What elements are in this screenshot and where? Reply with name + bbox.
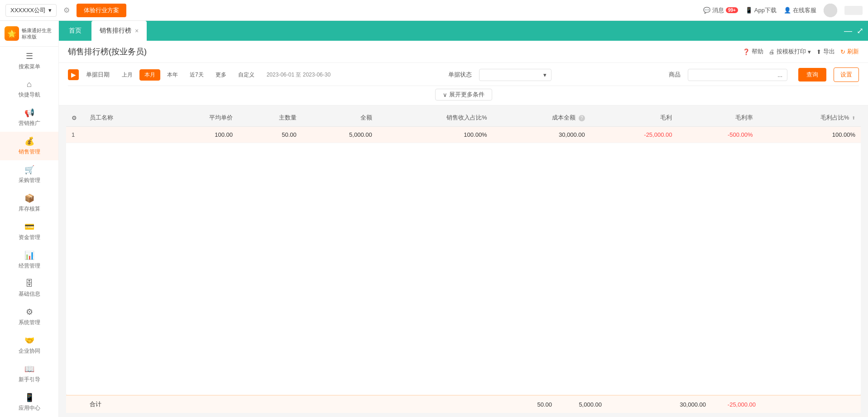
sidebar-item-sales[interactable]: 💰 销售管理 bbox=[0, 132, 58, 160]
online-service-button[interactable]: 👤 在线客服 bbox=[784, 6, 816, 14]
col-name: 员工名称 bbox=[84, 109, 161, 127]
print-icon: 🖨 bbox=[769, 48, 775, 55]
sort-icon[interactable]: ⬆ bbox=[852, 115, 855, 120]
tab-active-label: 销售排行榜 bbox=[100, 27, 131, 35]
query-button[interactable]: 查询 bbox=[798, 68, 826, 81]
avatar-placeholder bbox=[824, 4, 837, 17]
help-button[interactable]: ❓ 帮助 bbox=[743, 48, 763, 56]
sidebar-nav-label: 快捷导航 bbox=[19, 91, 40, 99]
goods-input[interactable]: ... bbox=[688, 69, 787, 81]
message-button[interactable]: 💬 消息 99+ bbox=[703, 6, 738, 14]
logo-text: 畅康通好生意 标准版 bbox=[22, 27, 52, 40]
data-table: ⚙ 员工名称 平均单价 主数量 bbox=[66, 109, 861, 143]
sidebar-inventory-label: 库存核算 bbox=[19, 205, 40, 213]
search-menu-icon: ☰ bbox=[26, 51, 33, 61]
top-bar: XXXXXX公司 ▾ ⚙ 体验行业方案 💬 消息 99+ 📱 App下载 👤 在… bbox=[0, 0, 868, 21]
company-selector[interactable]: XXXXXX公司 ▾ bbox=[5, 4, 57, 17]
sidebar-basic-label: 基础信息 bbox=[19, 290, 40, 298]
cooperation-icon: 🤝 bbox=[24, 336, 34, 345]
sidebar-item-marketing[interactable]: 📢 营销推广 bbox=[0, 103, 58, 132]
expand-conditions-button[interactable]: ∨ 展开更多条件 bbox=[435, 89, 492, 101]
period-7days[interactable]: 近7天 bbox=[185, 69, 209, 81]
home-icon: ⌂ bbox=[27, 80, 32, 89]
sidebar-sales-label: 销售管理 bbox=[19, 148, 40, 156]
page-header: 销售排行榜(按业务员) ❓ 帮助 🖨 按模板打印 ▾ ⬆ 导出 bbox=[59, 41, 868, 63]
cell-sales-pct: 100.00% bbox=[378, 127, 493, 143]
content-area: 首页 销售排行榜 × — ⤢ 销售排行榜(按业务员) ❓ 帮助 bbox=[59, 21, 868, 417]
filter-collapse-button[interactable]: ▶ bbox=[68, 69, 79, 80]
table-body: 1 100.00 50.00 5,000.00 100.00% 30,000.0… bbox=[66, 127, 861, 143]
user-avatar[interactable] bbox=[824, 4, 837, 17]
marketing-icon: 📢 bbox=[24, 108, 34, 118]
filter-row-1: ▶ 单据日期 上月 本月 本年 近7天 更多 自定义 2023-06-01 至 … bbox=[68, 67, 859, 82]
col-gross: 毛利 bbox=[590, 109, 678, 127]
service-icon: 👤 bbox=[784, 7, 791, 14]
main-layout: 🌟 畅康通好生意 标准版 ☰ 搜索菜单 ⌂ 快捷导航 📢 营销推广 💰 销售管理… bbox=[0, 21, 868, 417]
sidebar-item-purchase[interactable]: 🛒 采购管理 bbox=[0, 160, 58, 189]
sidebar-item-cooperation[interactable]: 🤝 企业协同 bbox=[0, 331, 58, 359]
sidebar-item-basic[interactable]: 🗄 基础信息 bbox=[0, 274, 58, 302]
footer-gross: -25,000.00 bbox=[711, 396, 761, 413]
sidebar-management-label: 经营管理 bbox=[19, 262, 40, 270]
status-select[interactable]: ▾ bbox=[479, 69, 551, 81]
col-avg-price: 平均单价 bbox=[161, 109, 238, 127]
sidebar-item-system[interactable]: ⚙ 系统管理 bbox=[0, 302, 58, 331]
sales-icon: 💰 bbox=[24, 136, 34, 146]
sidebar-item-management[interactable]: 📊 经营管理 bbox=[0, 246, 58, 274]
cell-rank: 1 bbox=[66, 127, 84, 143]
sidebar-item-guide[interactable]: 📖 新手引导 bbox=[0, 359, 58, 388]
print-button[interactable]: 🖨 按模板打印 ▾ bbox=[769, 48, 811, 56]
finance-icon: 💳 bbox=[24, 222, 34, 232]
col-sales-pct: 销售收入占比% bbox=[378, 109, 493, 127]
top-bar-right: 💬 消息 99+ 📱 App下载 👤 在线客服 bbox=[703, 4, 863, 17]
table-scroll[interactable]: ⚙ 员工名称 平均单价 主数量 bbox=[66, 109, 861, 395]
period-current-month[interactable]: 本月 bbox=[139, 69, 160, 81]
period-last-month[interactable]: 上月 bbox=[117, 69, 138, 81]
app-download-button[interactable]: 📱 App下载 bbox=[745, 6, 777, 14]
app-icon: 📱 bbox=[745, 7, 753, 14]
sidebar-item-search[interactable]: ☰ 搜索菜单 bbox=[0, 47, 58, 75]
date-period-buttons: 上月 本月 本年 近7天 更多 自定义 bbox=[117, 69, 259, 81]
expand-icon: ∨ bbox=[443, 91, 447, 98]
sidebar-logo: 🌟 畅康通好生意 标准版 bbox=[0, 21, 58, 47]
table-settings-button[interactable]: 设置 bbox=[834, 67, 859, 82]
sidebar-item-apps[interactable]: 📱 应用中心 bbox=[0, 388, 58, 417]
cell-amount: 5,000.00 bbox=[302, 127, 378, 143]
col-cost: 成本全额 ? bbox=[493, 109, 590, 127]
sidebar-finance-label: 资金管理 bbox=[19, 234, 40, 241]
cost-info-icon[interactable]: ? bbox=[579, 115, 585, 121]
cell-avg-price: 100.00 bbox=[161, 127, 238, 143]
period-more[interactable]: 更多 bbox=[211, 69, 231, 81]
tab-minimize-button[interactable]: — bbox=[844, 26, 852, 36]
cell-name bbox=[84, 127, 161, 143]
sidebar-item-finance[interactable]: 💳 资金管理 bbox=[0, 217, 58, 246]
refresh-button[interactable]: ↻ 刷新 bbox=[840, 48, 859, 56]
export-button[interactable]: ⬆ 导出 bbox=[816, 48, 835, 56]
sidebar-marketing-label: 营销推广 bbox=[19, 120, 40, 127]
col-settings[interactable]: ⚙ bbox=[66, 109, 84, 127]
management-icon: 📊 bbox=[24, 250, 34, 260]
message-label: 消息 bbox=[712, 6, 724, 14]
tab-home[interactable]: 首页 bbox=[61, 21, 90, 41]
sidebar-item-nav[interactable]: ⌂ 快捷导航 bbox=[0, 75, 58, 103]
settings-button[interactable]: ⚙ bbox=[60, 4, 73, 17]
print-dropdown-icon: ▾ bbox=[808, 48, 811, 55]
tab-maximize-button[interactable]: ⤢ bbox=[857, 26, 863, 36]
period-current-year[interactable]: 本年 bbox=[162, 69, 183, 81]
refresh-icon: ↻ bbox=[840, 48, 845, 55]
period-custom[interactable]: 自定义 bbox=[233, 69, 259, 81]
table-footer: 合计 50.00 5,000.00 30,000.00 -25,000.00 bbox=[66, 395, 861, 413]
goods-label: 商品 bbox=[669, 71, 681, 79]
sidebar-search-label: 搜索菜单 bbox=[19, 63, 40, 71]
date-range-display: 2023-06-01 至 2023-06-30 bbox=[267, 71, 331, 79]
sidebar-item-inventory[interactable]: 📦 库存核算 bbox=[0, 189, 58, 217]
tab-close-icon[interactable]: × bbox=[135, 27, 139, 34]
message-badge: 99+ bbox=[726, 7, 738, 13]
footer-gross-pct bbox=[811, 396, 861, 413]
footer-avg-price bbox=[458, 396, 512, 413]
table-header: ⚙ 员工名称 平均单价 主数量 bbox=[66, 109, 861, 127]
tab-sales-ranking[interactable]: 销售排行榜 × bbox=[91, 21, 147, 41]
trial-button[interactable]: 体验行业方案 bbox=[77, 4, 126, 17]
col-amount: 全额 bbox=[302, 109, 378, 127]
purchase-icon: 🛒 bbox=[24, 165, 34, 175]
